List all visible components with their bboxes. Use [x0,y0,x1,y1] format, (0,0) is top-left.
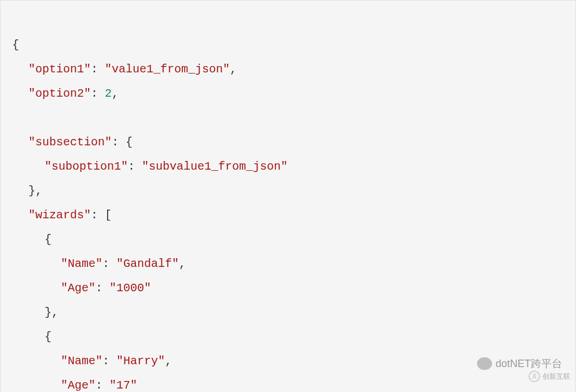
json-string: "value1_from_json" [105,63,230,76]
json-number: 2 [105,87,112,100]
json-key: "wizards" [28,208,91,222]
json-key: "Age" [61,379,96,392]
json-string: "subvalue1_from_json" [142,160,288,173]
json-string: "Harry" [116,354,165,368]
logo-text: 创新互联 [542,364,570,389]
json-key: "suboption1" [45,160,128,173]
json-string: "17" [109,379,137,392]
json-key: "option1" [28,63,91,76]
json-key: "Age" [61,281,96,295]
wechat-icon [477,357,492,370]
json-key: "subsection" [28,135,112,149]
logo-mark-icon: X [529,371,540,382]
logo-badge: X 创新互联 [529,364,570,389]
json-key: "Name" [61,354,102,368]
json-key: "Name" [61,257,102,270]
json-string: "Gandalf" [116,257,179,270]
brace-open: { [12,38,19,52]
code-block: { "option1": "value1_from_json", "option… [0,0,576,392]
json-key: "option2" [28,87,91,100]
json-string: "1000" [109,281,151,295]
